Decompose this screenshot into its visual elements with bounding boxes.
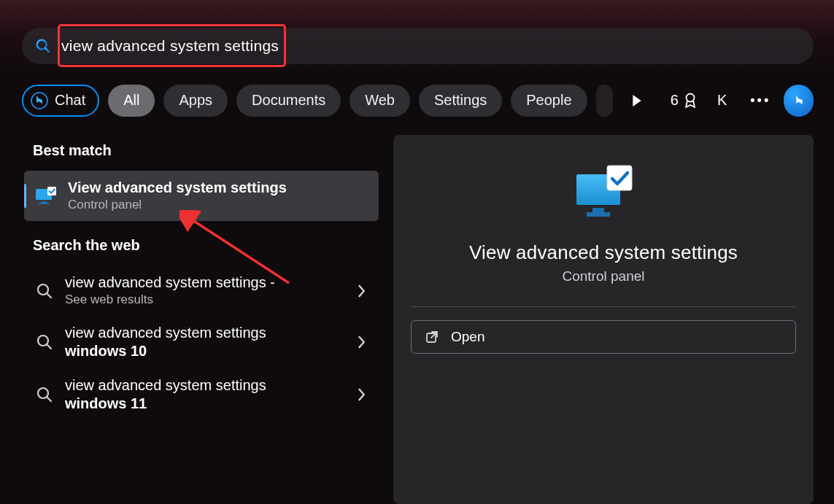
web-result-line2: windows 11 <box>65 395 345 412</box>
svg-rect-6 <box>39 203 49 204</box>
control-panel-icon <box>34 185 58 208</box>
rewards-badge[interactable]: 6 <box>669 85 699 117</box>
filter-settings-label: Settings <box>434 92 487 109</box>
result-text: view advanced system settings - See web … <box>65 274 345 307</box>
chevron-right-icon <box>355 284 368 298</box>
web-result-1[interactable]: view advanced system settings windows 10 <box>24 316 379 368</box>
svg-rect-5 <box>41 201 47 203</box>
web-result-line1: view advanced system settings - <box>65 274 345 291</box>
search-bar[interactable]: view advanced system settings <box>22 28 814 64</box>
filter-row: Chat All Apps Documents Web Settings Peo… <box>22 84 814 117</box>
web-result-2[interactable]: view advanced system settings windows 11 <box>24 368 379 421</box>
web-result-line1: view advanced system settings <box>65 377 345 394</box>
svg-point-3 <box>686 93 694 101</box>
results-area: Best match View advanced system settings… <box>24 135 814 504</box>
medal-icon <box>683 93 698 109</box>
filter-documents[interactable]: Documents <box>236 85 341 117</box>
chevron-right-icon <box>355 388 368 401</box>
result-text: view advanced system settings windows 11 <box>65 377 345 412</box>
svg-rect-17 <box>587 212 610 217</box>
search-icon <box>34 384 55 405</box>
rewards-count: 6 <box>671 92 679 109</box>
control-panel-icon-large <box>571 160 636 225</box>
filter-people[interactable]: People <box>511 85 587 117</box>
more-button[interactable]: ••• <box>746 85 776 117</box>
filter-chat[interactable]: Chat <box>22 85 99 117</box>
filter-people-label: People <box>526 92 571 109</box>
filter-web[interactable]: Web <box>350 85 410 117</box>
divider <box>411 306 796 307</box>
search-icon <box>34 281 55 301</box>
filter-web-label: Web <box>365 92 395 109</box>
svg-line-9 <box>47 293 51 298</box>
section-best-match: Best match <box>33 142 379 159</box>
section-search-web: Search the web <box>33 237 379 254</box>
web-result-line1: view advanced system settings <box>65 325 345 341</box>
svg-line-11 <box>47 344 51 349</box>
search-icon <box>34 332 55 352</box>
svg-rect-16 <box>592 208 604 212</box>
bing-chat-launcher[interactable] <box>784 85 814 117</box>
results-list: Best match View advanced system settings… <box>24 135 379 504</box>
filter-documents-label: Documents <box>252 92 325 109</box>
open-button[interactable]: Open <box>411 320 796 354</box>
result-text: view advanced system settings windows 10 <box>65 325 345 360</box>
filter-all[interactable]: All <box>108 85 155 117</box>
best-match-title: View advanced system settings <box>68 179 368 196</box>
filter-chat-label: Chat <box>55 92 85 109</box>
web-result-line2: windows 10 <box>65 343 345 360</box>
account-avatar[interactable]: K <box>707 85 737 117</box>
search-icon <box>35 38 51 54</box>
filter-apps[interactable]: Apps <box>163 85 228 117</box>
chevron-right-icon <box>355 336 368 349</box>
result-text: View advanced system settings Control pa… <box>68 179 368 212</box>
preview-subtitle: Control panel <box>411 268 796 284</box>
web-result-0[interactable]: view advanced system settings - See web … <box>24 265 379 316</box>
filter-all-label: All <box>123 92 139 109</box>
open-external-icon <box>425 330 439 344</box>
search-input[interactable]: view advanced system settings <box>61 37 279 55</box>
open-label: Open <box>451 329 484 345</box>
filter-settings[interactable]: Settings <box>419 85 502 117</box>
best-match-result[interactable]: View advanced system settings Control pa… <box>24 171 379 221</box>
svg-line-13 <box>47 397 51 401</box>
preview-pane: View advanced system settings Control pa… <box>393 135 814 504</box>
svg-line-1 <box>45 48 49 52</box>
play-icon <box>632 95 642 106</box>
filter-apps-label: Apps <box>179 92 212 109</box>
preview-title: View advanced system settings <box>411 241 796 264</box>
web-result-line2: See web results <box>65 292 345 307</box>
filter-overflow[interactable] <box>596 85 614 117</box>
ellipsis-icon: ••• <box>750 93 771 108</box>
scroll-next-button[interactable] <box>622 85 652 117</box>
bing-icon <box>791 93 807 109</box>
bing-chat-icon <box>31 92 48 109</box>
best-match-subtitle: Control panel <box>68 198 368 212</box>
